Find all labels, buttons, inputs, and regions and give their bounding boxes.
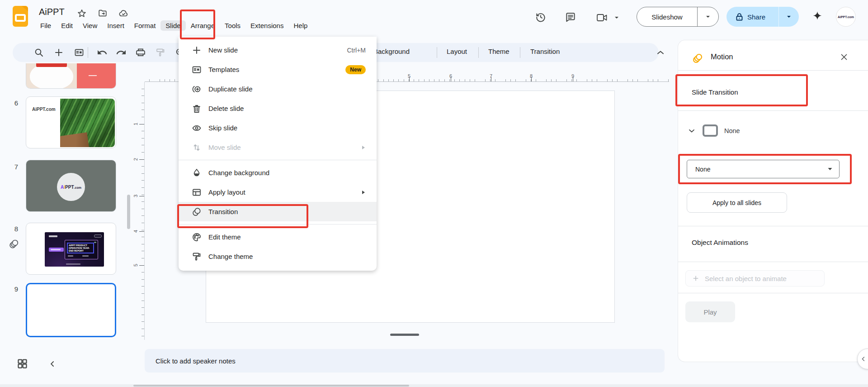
menu-help[interactable]: Help bbox=[288, 20, 312, 31]
panel-divider bbox=[678, 262, 868, 262]
comments-icon[interactable] bbox=[565, 11, 576, 23]
share-dropdown-button[interactable] bbox=[779, 14, 799, 19]
menu-file[interactable]: File bbox=[35, 20, 56, 31]
horizontal-scrollbar-track[interactable] bbox=[0, 384, 868, 387]
menu-slide[interactable]: Slide bbox=[160, 20, 185, 31]
thumb6-photo-green-beans bbox=[60, 99, 115, 147]
account-avatar[interactable]: AiPPT.com bbox=[836, 7, 856, 27]
paint-format-icon[interactable] bbox=[155, 47, 166, 58]
motion-icon bbox=[692, 52, 704, 64]
submenu-caret-icon bbox=[361, 190, 366, 195]
menuitem-change-theme[interactable]: Change theme bbox=[179, 247, 377, 266]
version-history-icon[interactable] bbox=[535, 11, 547, 23]
transition-select[interactable]: None bbox=[687, 160, 840, 178]
trash-icon bbox=[191, 103, 202, 114]
chevron-down-icon bbox=[687, 126, 696, 135]
menuitem-templates[interactable]: Templates New bbox=[179, 60, 377, 79]
menu-extensions[interactable]: Extensions bbox=[245, 20, 288, 31]
lock-icon bbox=[736, 13, 743, 21]
apply-to-all-slides-button[interactable]: Apply to all slides bbox=[687, 192, 787, 213]
toolbar-transition-button[interactable]: Transition bbox=[530, 48, 560, 55]
menuitem-skip-slide[interactable]: Skip slide bbox=[179, 118, 377, 138]
slide-thumbnail-7[interactable]: AiPPT.com bbox=[26, 160, 116, 212]
current-transition-value: None bbox=[724, 127, 740, 134]
star-icon[interactable] bbox=[77, 8, 87, 18]
search-menus-icon[interactable] bbox=[33, 47, 44, 58]
menuitem-change-background[interactable]: Change background bbox=[179, 163, 377, 182]
menu-tools[interactable]: Tools bbox=[220, 20, 245, 31]
filmstrip-scrollbar[interactable] bbox=[127, 195, 130, 229]
menuitem-duplicate-slide[interactable]: Duplicate slide bbox=[179, 79, 377, 99]
slides-logo-icon[interactable] bbox=[12, 5, 29, 28]
menuitem-move-slide[interactable]: Move slide bbox=[179, 138, 377, 157]
slide-number-8: 8 bbox=[11, 225, 22, 233]
share-button[interactable]: Share bbox=[726, 13, 778, 21]
thumb8-mini-title: AIPPT PRODUCT OPERATION YEAR-END REPORT bbox=[69, 244, 92, 252]
menuitem-transition[interactable]: Transition bbox=[179, 202, 377, 221]
slideshow-button[interactable]: Slideshow bbox=[637, 13, 697, 21]
menuitem-delete-slide[interactable]: Delete slide bbox=[179, 99, 377, 118]
horizontal-scrollbar-thumb[interactable] bbox=[133, 385, 409, 387]
toolbar-theme-button[interactable]: Theme bbox=[488, 48, 509, 55]
collapse-filmstrip-icon[interactable] bbox=[48, 359, 57, 368]
slide-thumbnail-8[interactable]: AIPPT PRODUCT OPERATION YEAR-END REPORT bbox=[26, 223, 116, 275]
vruler-num: 3 bbox=[133, 195, 138, 197]
vruler-num: 1 bbox=[133, 123, 138, 125]
gemini-sparkle-icon[interactable] bbox=[811, 10, 824, 24]
close-panel-icon[interactable] bbox=[839, 52, 849, 62]
transition-section-header[interactable]: None bbox=[687, 124, 740, 137]
undo-icon[interactable] bbox=[97, 47, 108, 58]
meet-camera-icon[interactable] bbox=[596, 12, 609, 23]
speaker-notes-placeholder: Click to add speaker notes bbox=[156, 357, 236, 365]
move-folder-icon[interactable] bbox=[98, 8, 108, 18]
menu-format[interactable]: Format bbox=[129, 20, 161, 31]
new-slide-plus-icon[interactable] bbox=[53, 47, 64, 58]
play-button[interactable]: Play bbox=[685, 301, 735, 322]
transition-icon bbox=[191, 206, 202, 217]
menu-separator bbox=[179, 224, 377, 225]
menuitem-new-slide[interactable]: New slide Ctrl+M bbox=[179, 40, 377, 60]
slide-thumbnail-6[interactable]: AiPPT.com bbox=[26, 96, 116, 148]
layout-icon bbox=[191, 187, 202, 198]
panel-divider bbox=[678, 110, 868, 111]
slide-thumbnail-9-selected[interactable] bbox=[26, 283, 116, 337]
collapse-toolbar-icon[interactable] bbox=[655, 47, 666, 58]
add-animation-button[interactable]: Select an object to animate bbox=[685, 270, 825, 287]
menu-edit[interactable]: Edit bbox=[56, 20, 78, 31]
vruler-num: 2 bbox=[133, 158, 138, 161]
toolbar-layout-button[interactable]: Layout bbox=[447, 48, 467, 55]
menuitem-apply-layout[interactable]: Apply layout bbox=[179, 182, 377, 202]
thumb6-brand: AiPPT.com bbox=[32, 107, 56, 112]
menuitem-label: Duplicate slide bbox=[208, 85, 253, 93]
grid-view-icon[interactable] bbox=[16, 358, 28, 370]
menu-arrange[interactable]: Arrange bbox=[186, 20, 220, 31]
vertical-ruler: 1 2 3 4 5 bbox=[134, 82, 145, 340]
menuitem-label: Templates bbox=[208, 66, 239, 73]
camera-caret-icon[interactable] bbox=[614, 15, 619, 20]
slide8-transition-indicator-icon[interactable] bbox=[8, 238, 20, 250]
speaker-notes-input[interactable]: Click to add speaker notes bbox=[145, 349, 665, 373]
menu-insert[interactable]: Insert bbox=[102, 20, 129, 31]
menubar: File Edit View Insert Format Slide Arran… bbox=[35, 19, 312, 32]
slide-thumbnail-5-partial[interactable] bbox=[26, 63, 116, 89]
menu-view[interactable]: View bbox=[78, 20, 102, 31]
slideshow-dropdown-button[interactable] bbox=[698, 14, 718, 19]
toolbar-background-button[interactable]: Background bbox=[373, 48, 410, 55]
cloud-saved-icon[interactable] bbox=[118, 8, 129, 19]
menuitem-edit-theme[interactable]: Edit theme bbox=[179, 227, 377, 247]
menuitem-label: Move slide bbox=[208, 143, 241, 151]
print-icon[interactable] bbox=[135, 47, 146, 58]
transition-none-thumbnail-icon bbox=[703, 124, 718, 137]
slide-number-7: 7 bbox=[11, 163, 22, 171]
menuitem-label: Change theme bbox=[208, 253, 253, 260]
redo-icon[interactable] bbox=[116, 47, 127, 58]
menuitem-label: Skip slide bbox=[208, 124, 237, 132]
new-slide-layout-icon[interactable] bbox=[74, 47, 85, 58]
menuitem-label: Transition bbox=[208, 208, 238, 215]
notes-resize-handle[interactable] bbox=[390, 334, 419, 336]
droplet-icon bbox=[191, 167, 202, 178]
menu-separator bbox=[179, 160, 377, 160]
slide-number-9: 9 bbox=[11, 285, 22, 293]
doc-title[interactable]: AiPPT bbox=[39, 7, 65, 17]
thumb7-logo-text: PPT bbox=[65, 185, 74, 190]
